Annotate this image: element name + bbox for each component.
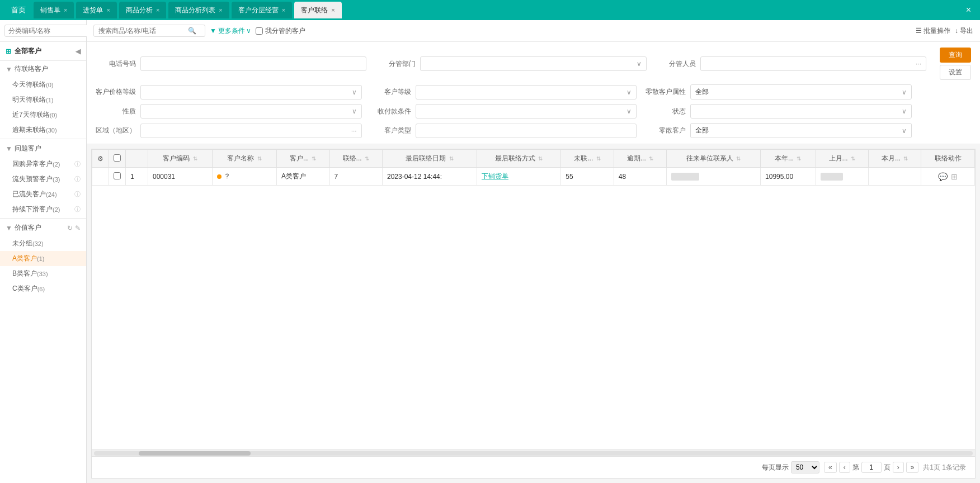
column-unit-contact-header[interactable]: 往来单位联系人 ⇅: [667, 150, 761, 168]
query-button[interactable]: 查询: [940, 48, 971, 63]
column-last-method-header[interactable]: 最后联络方式 ⇅: [477, 150, 560, 168]
close-product-analysis-tab-icon[interactable]: ×: [156, 7, 159, 13]
customer-type-input[interactable]: [416, 124, 637, 138]
value-customer-section-title[interactable]: ▼ 价值客户 ↻ ✎: [0, 220, 86, 236]
row-action-cell[interactable]: 💬 ⊞: [921, 168, 975, 186]
column-category-header[interactable]: 客户... ⇅: [277, 150, 329, 168]
refresh-icon[interactable]: ↻: [67, 224, 73, 232]
first-page-button[interactable]: «: [824, 462, 837, 473]
edit-icon[interactable]: ✎: [75, 224, 81, 232]
row-checkbox-cell[interactable]: [109, 168, 126, 186]
my-customer-checkbox[interactable]: [256, 27, 263, 35]
dept-input[interactable]: ∨: [420, 56, 646, 71]
close-product-list-tab-icon[interactable]: ×: [219, 7, 222, 13]
table-scroll-area[interactable]: ⚙ 客户编码 ⇅ 客户名称 ⇅: [92, 149, 975, 449]
nav-tab-customer-segmentation[interactable]: 客户分层经营 ×: [232, 2, 292, 18]
region-label: 区域（地区）: [96, 126, 140, 135]
row-action-icons: 💬 ⊞: [926, 172, 970, 181]
close-sales-tab-icon[interactable]: ×: [64, 7, 67, 13]
qr-action-icon[interactable]: ⊞: [951, 172, 958, 181]
region-dots-icon: ···: [351, 127, 357, 135]
payment-input[interactable]: ∨: [416, 104, 637, 119]
sidebar-all-customers-header[interactable]: ⊞ 全部客户 ◀: [0, 42, 86, 61]
value-section-arrow-icon: ▼: [6, 224, 12, 232]
nav-tab-product-list[interactable]: 商品分析列表 ×: [168, 2, 229, 18]
column-this-year-header[interactable]: 本年... ⇅: [761, 150, 816, 168]
nav-tab-purchase[interactable]: 进货单 ×: [76, 2, 116, 18]
sidebar-item-today[interactable]: 今天待联络 (0): [0, 77, 86, 92]
price-level-input[interactable]: ∨: [140, 85, 362, 100]
column-no-contact-header[interactable]: 未联... ⇅: [561, 150, 614, 168]
region-filter-field: 区域（地区） ···: [96, 124, 362, 138]
column-overdue-header[interactable]: 逾期... ⇅: [614, 150, 666, 168]
row-last-method-cell[interactable]: 下销货单: [477, 168, 560, 186]
page-number-input[interactable]: [861, 462, 882, 473]
last-page-button[interactable]: »: [906, 462, 919, 473]
scrollbar-track[interactable]: [94, 451, 973, 456]
horizontal-scrollbar[interactable]: [92, 449, 975, 456]
chat-action-icon[interactable]: 💬: [938, 172, 948, 181]
window-close-button[interactable]: ×: [962, 5, 976, 15]
close-purchase-tab-icon[interactable]: ×: [106, 7, 110, 13]
select-all-checkbox[interactable]: [114, 154, 121, 162]
prev-page-button[interactable]: ‹: [839, 462, 850, 473]
problem-customer-section-title[interactable]: ▼ 问题客户: [0, 140, 86, 157]
column-last-month-header[interactable]: 上月... ⇅: [816, 150, 868, 168]
next-page-button[interactable]: ›: [893, 462, 904, 473]
export-button[interactable]: ↓ 导出: [955, 26, 973, 36]
retail-attr-input[interactable]: 全部∨: [690, 84, 912, 100]
close-contact-tab-icon[interactable]: ×: [331, 7, 334, 13]
main-search-input[interactable]: [98, 27, 188, 35]
customer-level-input[interactable]: ∨: [416, 85, 637, 100]
retail-customer-input[interactable]: 全部∨: [690, 123, 912, 138]
customer-level-dropdown-icon: ∨: [626, 88, 632, 96]
last-method-link[interactable]: 下销货单: [482, 172, 508, 180]
sidebar-item-churn-warning[interactable]: 流失预警客户 (3) ⓘ: [0, 172, 86, 187]
sidebar-search-area: 🔍: [0, 20, 86, 42]
manager-input[interactable]: ···: [700, 56, 926, 71]
sidebar-item-class-b[interactable]: B类客户 (33): [0, 266, 86, 281]
column-checkbox-header[interactable]: [109, 150, 126, 168]
sidebar-item-class-c[interactable]: C类客户 (6): [0, 281, 86, 296]
column-this-month-header[interactable]: 本月... ⇅: [869, 150, 921, 168]
nav-tab-sales[interactable]: 销售单 ×: [34, 2, 74, 18]
row-overdue-cell: 48: [614, 168, 666, 186]
scrollbar-thumb[interactable]: [139, 451, 251, 456]
status-input[interactable]: ∨: [690, 104, 912, 119]
nature-input[interactable]: ∨: [140, 104, 362, 119]
row-checkbox[interactable]: [114, 172, 121, 179]
close-segmentation-tab-icon[interactable]: ×: [282, 7, 285, 13]
sidebar-item-churned[interactable]: 已流失客户 (24) ⓘ: [0, 187, 86, 202]
column-seq-header: [126, 150, 148, 168]
sidebar-item-overdue[interactable]: 逾期未联络 (30): [0, 122, 86, 138]
row-contact-cell: 7: [329, 168, 382, 186]
page-navigation: « ‹ 第 页 › »: [824, 462, 918, 473]
main-search-icon[interactable]: 🔍: [188, 27, 196, 35]
column-code-header[interactable]: 客户编码 ⇅: [148, 150, 213, 168]
more-filter-button[interactable]: ▼ 更多条件 ∨: [210, 26, 251, 36]
sidebar-item-unclassified[interactable]: 未分组 (32): [0, 236, 86, 251]
sidebar-search-input[interactable]: [4, 25, 96, 37]
sidebar-item-class-a[interactable]: A类客户 (1): [0, 251, 86, 266]
settings-button[interactable]: 设置: [940, 65, 971, 80]
column-last-date-header[interactable]: 最后联络日期 ⇅: [383, 150, 477, 168]
sidebar-item-declining[interactable]: 持续下滑客户 (2) ⓘ: [0, 202, 86, 217]
column-name-header[interactable]: 客户名称 ⇅: [213, 150, 277, 168]
row-settings-cell: [92, 168, 109, 186]
column-settings-header[interactable]: ⚙: [92, 150, 109, 168]
phone-input[interactable]: [140, 56, 366, 71]
nav-tab-customer-contact[interactable]: 客户联络 ×: [294, 2, 341, 18]
batch-operation-button[interactable]: ☰ 批量操作: [916, 26, 950, 36]
my-customer-checkbox-area[interactable]: 我分管的客户: [256, 26, 305, 36]
collapse-sidebar-icon[interactable]: ◀: [76, 48, 81, 55]
nav-tab-product-analysis[interactable]: 商品分析 ×: [119, 2, 166, 18]
region-input[interactable]: ···: [140, 124, 362, 138]
nav-home[interactable]: 首页: [4, 0, 32, 20]
sidebar-item-7days[interactable]: 近7天待联络 (0): [0, 107, 86, 122]
sidebar-item-tomorrow[interactable]: 明天待联络 (1): [0, 92, 86, 107]
main-search-box[interactable]: 🔍: [93, 25, 205, 37]
pending-contact-section-title[interactable]: ▼ 待联络客户: [0, 61, 86, 77]
sidebar-item-repurchase-abnormal[interactable]: 回购异常客户 (2) ⓘ: [0, 157, 86, 172]
page-size-select-input[interactable]: 50 100 200: [791, 461, 819, 473]
column-contact-header[interactable]: 联络... ⇅: [329, 150, 382, 168]
